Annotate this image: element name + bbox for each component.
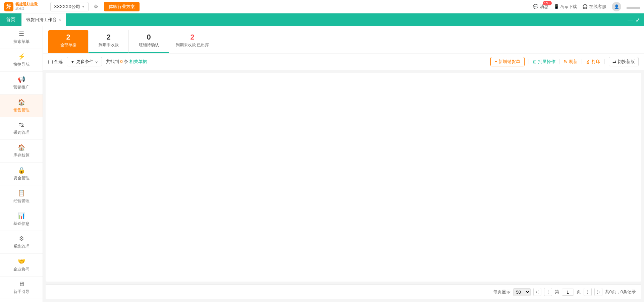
- sidebar-item-purchase[interactable]: 🛍 采购管理: [0, 117, 43, 140]
- pagination: 每页显示 50 100 200 ⟨⟨ ⟨ 第 页 ⟩ ⟩⟩ 共0页，0条记录: [46, 284, 641, 299]
- marketing-icon: 📢: [18, 76, 25, 83]
- stat-count-all: 2: [55, 33, 82, 42]
- stat-count-pending: 0: [136, 33, 162, 42]
- company-dropdown-arrow: ▼: [82, 5, 85, 8]
- toolbar: 全选 ▼ 更多条件 ∨ 共找到 0 条 相关单据 + 新增销货单 ⊞: [43, 54, 644, 70]
- sidebar-label-operation: 经营管理: [13, 198, 30, 204]
- select-all-checkbox[interactable]: 全选: [48, 59, 63, 65]
- page-summary: 共0页，0条记录: [605, 289, 636, 295]
- tab-minimize-button[interactable]: —: [628, 17, 633, 23]
- next-page-button[interactable]: ⟩: [584, 288, 592, 296]
- stat-tab-pending[interactable]: 0 旺铺待确认: [129, 30, 169, 53]
- app-download-button[interactable]: 📱 App下载: [554, 4, 577, 10]
- trial-button[interactable]: 体验行业方案: [104, 2, 140, 11]
- batch-operation-button[interactable]: ⊞ 批量操作: [533, 59, 555, 65]
- sidebar-label-inventory: 库存核算: [13, 153, 30, 158]
- logo-tag: 标准版: [15, 7, 38, 11]
- tab-bar-actions: — ⤢: [628, 17, 644, 23]
- divider-4: [604, 59, 605, 64]
- sidebar-label-system: 系统管理: [13, 244, 30, 249]
- tab-label: 钱货日清工作台: [26, 17, 57, 23]
- quick-nav-icon: ⚡: [18, 53, 25, 60]
- sidebar-item-coop[interactable]: 🤝 企业协同: [0, 254, 43, 277]
- user-name-area[interactable]: ▬▬: [627, 3, 640, 10]
- main-content: 2 全部单据 2 到期未收款 0 旺铺待确认 2 到期未收款 已出库: [43, 26, 644, 302]
- user-name-placeholder: ▬▬: [627, 3, 640, 10]
- top-bar: 好 畅捷通好生意 标准版 XXXXXX公司 ▼ ⚙ 体验行业方案 💬 消息 99…: [0, 0, 644, 13]
- stat-count-overdue: 2: [95, 33, 122, 42]
- first-page-button[interactable]: ⟨⟨: [533, 288, 541, 296]
- empty-state: [46, 73, 641, 282]
- print-button[interactable]: 🖨 打印: [586, 59, 600, 65]
- finance-icon: 🔒: [18, 167, 25, 174]
- stats-tabs-inner: 2 全部单据 2 到期未收款 0 旺铺待确认 2 到期未收款 已出库: [48, 30, 639, 53]
- sidebar-item-quick-nav[interactable]: ⚡ 快捷导航: [0, 49, 43, 72]
- message-button[interactable]: 💬 消息 99+: [533, 4, 548, 10]
- refresh-button[interactable]: ↻ 刷新: [564, 59, 578, 65]
- tab-maximize-button[interactable]: ⤢: [636, 17, 640, 23]
- switch-version-button[interactable]: ⇄ 切换新版: [609, 57, 639, 66]
- operation-icon: 📋: [18, 189, 25, 197]
- sidebar-item-search-menu[interactable]: ☰ 搜索菜单: [0, 26, 43, 49]
- coop-icon: 🤝: [18, 258, 25, 265]
- logo-area: 好 畅捷通好生意 标准版: [4, 2, 47, 11]
- print-label: 打印: [592, 59, 600, 65]
- select-all-label: 全选: [54, 59, 63, 65]
- sidebar-item-system[interactable]: ⚙ 系统管理: [0, 231, 43, 254]
- divider-1: [529, 59, 529, 64]
- sales-icon: 🏠: [18, 99, 25, 106]
- select-all-input[interactable]: [48, 60, 53, 64]
- message-icon: 💬: [533, 4, 538, 9]
- company-name: XXXXXX公司: [54, 4, 80, 10]
- more-filter-button[interactable]: ▼ 更多条件 ∨: [67, 57, 102, 66]
- stat-tab-all[interactable]: 2 全部单据: [48, 30, 89, 53]
- print-icon: 🖨: [586, 59, 590, 64]
- prev-page-button[interactable]: ⟨: [544, 288, 552, 296]
- sidebar-item-apps[interactable]: 📦 应用中心: [0, 299, 43, 302]
- table-area: [46, 73, 641, 282]
- inventory-icon: 🏠: [18, 144, 25, 151]
- basic-icon: 📊: [18, 212, 25, 220]
- sidebar-item-marketing[interactable]: 📢 营销推广: [0, 72, 43, 95]
- page-suffix: 页: [577, 289, 581, 295]
- purchase-icon: 🛍: [18, 121, 24, 128]
- sidebar-label-basic: 基础信息: [13, 221, 30, 227]
- sidebar-item-inventory[interactable]: 🏠 库存核算: [0, 140, 43, 163]
- page-size-select[interactable]: 50 100 200: [513, 288, 531, 296]
- sidebar-label-finance: 资金管理: [13, 175, 30, 181]
- toolbar-right: + 新增销货单 ⊞ 批量操作 ↻ 刷新 🖨 打印: [490, 57, 639, 66]
- download-icon: 📱: [554, 4, 559, 9]
- new-order-button[interactable]: + 新增销货单: [490, 57, 525, 66]
- stat-tab-overdue[interactable]: 2 到期未收款: [89, 30, 129, 53]
- batch-icon: ⊞: [533, 59, 537, 64]
- company-selector[interactable]: XXXXXX公司 ▼: [50, 2, 89, 11]
- stat-label-overdue: 到期未收款: [95, 42, 122, 48]
- sidebar-item-finance[interactable]: 🔒 资金管理: [0, 163, 43, 185]
- logo-text: 畅捷通好生意: [15, 2, 38, 6]
- new-order-label: + 新增销货单: [495, 59, 520, 65]
- sidebar-item-basic[interactable]: 📊 基础信息: [0, 208, 43, 231]
- stat-label-pending: 旺铺待确认: [136, 42, 162, 48]
- search-menu-icon: ☰: [19, 30, 24, 38]
- settings-button[interactable]: ⚙: [91, 2, 101, 11]
- tab-home[interactable]: 首页: [0, 13, 21, 26]
- sidebar-item-sales[interactable]: 🏠 销售管理: [0, 95, 43, 117]
- stat-label-overdue-shipped: 到期未收款 已出库: [176, 42, 209, 48]
- sidebar-label-marketing: 营销推广: [13, 84, 30, 90]
- online-service-button[interactable]: 🎧 在线客服: [582, 4, 606, 10]
- switch-label: 切换新版: [618, 59, 635, 65]
- refresh-icon: ↻: [564, 59, 568, 64]
- page-label: 第: [555, 289, 559, 295]
- stat-label-all: 全部单据: [55, 42, 82, 48]
- user-avatar[interactable]: 👤: [612, 2, 621, 11]
- last-page-button[interactable]: ⟩⟩: [594, 288, 602, 296]
- tab-close-icon[interactable]: ×: [59, 17, 61, 22]
- page-number-input[interactable]: [562, 289, 574, 296]
- filter-label: 更多条件: [76, 59, 94, 65]
- stat-tab-overdue-shipped[interactable]: 2 到期未收款 已出库: [169, 30, 216, 53]
- sidebar-item-guide[interactable]: 🖥 新手引导: [0, 277, 43, 299]
- service-icon: 🎧: [582, 4, 588, 9]
- tab-money-work[interactable]: 钱货日清工作台 ×: [21, 13, 66, 26]
- sidebar-item-operation[interactable]: 📋 经营管理: [0, 185, 43, 208]
- per-page-label: 每页显示: [493, 289, 511, 295]
